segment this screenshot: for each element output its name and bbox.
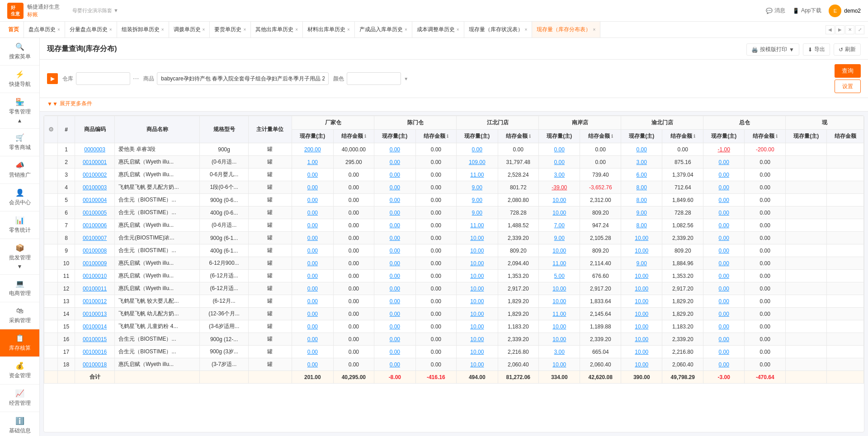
- color-dropdown-icon[interactable]: ▼: [404, 76, 408, 81]
- table-cell[interactable]: 0.00: [703, 358, 745, 371]
- close-icon[interactable]: ×: [525, 27, 528, 32]
- table-cell[interactable]: 200.00: [292, 143, 333, 156]
- table-cell[interactable]: 00100010: [75, 270, 115, 282]
- close-icon[interactable]: ×: [161, 27, 164, 32]
- table-cell[interactable]: 10.00: [457, 320, 498, 333]
- table-cell[interactable]: 0.00: [703, 270, 745, 282]
- table-cell[interactable]: 00100016: [75, 346, 115, 358]
- table-cell[interactable]: 0.00: [703, 346, 745, 358]
- table-cell[interactable]: 0.00: [703, 282, 745, 295]
- table-cell[interactable]: 10.00: [621, 270, 662, 282]
- table-cell[interactable]: 0.00: [292, 358, 333, 371]
- table-cell[interactable]: 0.00: [292, 169, 333, 181]
- table-cell[interactable]: 0.00: [457, 143, 498, 156]
- goods-input[interactable]: [157, 72, 329, 85]
- table-cell[interactable]: 0.00: [292, 295, 333, 308]
- info-icon[interactable]: ℹ: [693, 134, 695, 139]
- table-cell[interactable]: 00100018: [75, 358, 115, 371]
- table-cell[interactable]: 0.00: [292, 346, 333, 358]
- table-cell[interactable]: 8.00: [621, 181, 662, 194]
- close-icon[interactable]: ×: [295, 27, 298, 32]
- table-cell[interactable]: 0.00: [703, 206, 745, 219]
- table-cell[interactable]: 0.00: [703, 244, 745, 257]
- table-cell[interactable]: 3.00: [539, 169, 580, 181]
- nav-expand[interactable]: ⤢: [855, 25, 864, 34]
- sidebar-item-search[interactable]: 🔍 搜索英单: [0, 38, 39, 66]
- table-cell[interactable]: 10.00: [457, 346, 498, 358]
- table-cell[interactable]: 0.00: [374, 282, 415, 295]
- table-cell[interactable]: 0.00: [703, 333, 745, 346]
- table-cell[interactable]: 10.00: [621, 295, 662, 308]
- close-icon[interactable]: ×: [347, 27, 350, 32]
- table-cell[interactable]: 00100002: [75, 169, 115, 181]
- table-cell[interactable]: -39.00: [539, 181, 580, 194]
- table-cell[interactable]: 00100014: [75, 320, 115, 333]
- table-cell[interactable]: 0.00: [292, 333, 333, 346]
- download-btn[interactable]: 📱 App下载: [793, 7, 821, 14]
- setting-button[interactable]: 设置: [835, 80, 861, 93]
- refresh-button[interactable]: ↺ 刷新: [834, 43, 861, 56]
- table-cell[interactable]: 3.00: [621, 156, 662, 169]
- table-cell[interactable]: 0.00: [374, 333, 415, 346]
- table-cell[interactable]: 0.00: [374, 232, 415, 244]
- table-cell[interactable]: 00100006: [75, 219, 115, 232]
- table-cell[interactable]: 0.00: [292, 232, 333, 244]
- table-cell[interactable]: 10.00: [539, 206, 580, 219]
- info-icon[interactable]: ℹ: [611, 134, 613, 139]
- table-cell[interactable]: 0.00: [374, 219, 415, 232]
- table-cell[interactable]: 00100009: [75, 257, 115, 270]
- table-cell[interactable]: 8.00: [621, 219, 662, 232]
- table-cell[interactable]: 00100003: [75, 181, 115, 194]
- table-cell[interactable]: 0.00: [703, 295, 745, 308]
- table-cell[interactable]: 10.00: [457, 270, 498, 282]
- table-cell[interactable]: 0.00: [703, 169, 745, 181]
- table-cell[interactable]: 10.00: [457, 244, 498, 257]
- table-cell[interactable]: 00100007: [75, 232, 115, 244]
- info-icon[interactable]: ℹ: [776, 134, 778, 139]
- settings-icon[interactable]: ⚙: [48, 126, 54, 133]
- close-icon[interactable]: ×: [243, 27, 246, 32]
- table-cell[interactable]: 10.00: [539, 295, 580, 308]
- nav-close-all[interactable]: ✕: [845, 25, 854, 34]
- table-cell[interactable]: 10.00: [621, 358, 662, 371]
- tab-3[interactable]: 组装拆卸单历史 ×: [117, 22, 169, 38]
- industry-selector[interactable]: 母婴行业演示陈套 ▼: [72, 7, 118, 14]
- table-cell[interactable]: 00100013: [75, 308, 115, 320]
- close-icon[interactable]: ×: [57, 27, 60, 32]
- query-button[interactable]: 查询: [835, 64, 861, 78]
- tab-4[interactable]: 调拨单历史 ×: [169, 22, 210, 38]
- table-cell[interactable]: 10.00: [621, 244, 662, 257]
- table-cell[interactable]: 0.00: [374, 257, 415, 270]
- table-cell[interactable]: 10.00: [457, 358, 498, 371]
- print-button[interactable]: 🖨️ 按模版打印 ▼: [746, 43, 799, 56]
- sidebar-item-inventory[interactable]: 📋 库存核算: [0, 329, 39, 357]
- table-cell[interactable]: 0.00: [621, 143, 662, 156]
- table-cell[interactable]: 0.00: [292, 320, 333, 333]
- tab-5[interactable]: 要货单历史 ×: [210, 22, 251, 38]
- table-cell[interactable]: 0.00: [539, 143, 580, 156]
- table-cell[interactable]: 10.00: [539, 194, 580, 206]
- info-icon[interactable]: ℹ: [447, 134, 448, 139]
- table-cell[interactable]: 0.00: [374, 206, 415, 219]
- export-button[interactable]: ⬇ 导出: [803, 43, 830, 56]
- sidebar-item-members[interactable]: 👤 会员中心: [0, 184, 39, 211]
- tab-7[interactable]: 材料出库单历史 ×: [303, 22, 355, 38]
- close-icon[interactable]: ×: [593, 27, 595, 32]
- table-cell[interactable]: 00100011: [75, 282, 115, 295]
- sidebar-item-purchase[interactable]: 🛍 采购管理: [0, 302, 39, 329]
- table-cell[interactable]: 0.00: [292, 308, 333, 320]
- table-cell[interactable]: 0.00: [374, 358, 415, 371]
- sidebar-item-marketing[interactable]: 📣 营销推广: [0, 156, 39, 184]
- close-icon[interactable]: ×: [203, 27, 205, 32]
- tab-8[interactable]: 产成品入库单历史 ×: [355, 22, 412, 38]
- tab-10[interactable]: 现存量（库存状况表）×: [464, 22, 533, 38]
- table-cell[interactable]: 0.00: [374, 143, 415, 156]
- table-cell[interactable]: -1.00: [703, 143, 745, 156]
- table-cell[interactable]: 0.00: [374, 295, 415, 308]
- table-cell[interactable]: 0.00: [703, 194, 745, 206]
- table-cell[interactable]: 9.00: [621, 257, 662, 270]
- nav-next[interactable]: ▶: [835, 25, 844, 34]
- info-icon[interactable]: ℹ: [529, 134, 531, 139]
- table-cell[interactable]: 10.00: [457, 295, 498, 308]
- table-cell[interactable]: 10.00: [457, 257, 498, 270]
